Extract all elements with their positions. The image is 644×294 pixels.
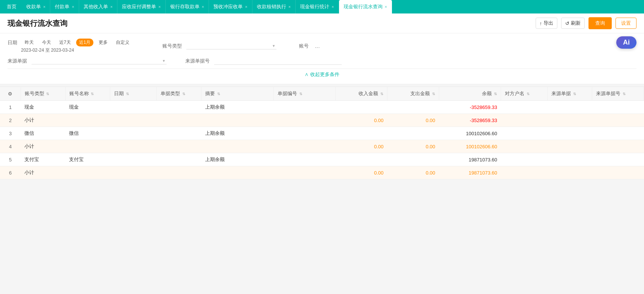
date-opt-yesterday[interactable]: 昨天 [22,39,37,46]
sort-icon: ⇅ [182,92,185,96]
refresh-button[interactable]: ↺ 刷新 [561,18,585,29]
nav-tab-5[interactable]: 预收冲应收单 × [209,0,252,13]
row-doc-num [274,101,336,114]
table-header-row: ⚙ 账号类型 ⇅ 账号名称 ⇅ 日期 ⇅ 单据类型 ⇅ [0,87,644,101]
col-header-date[interactable]: 日期 ⇅ [110,87,157,101]
date-opt-today[interactable]: 今天 [39,39,54,46]
nav-tab-4[interactable]: 银行存取款单 × [166,0,209,13]
col-header-acct-type[interactable]: 账号类型 ⇅ [21,87,65,101]
nav-tab-3[interactable]: 应收应付调整单 × [117,0,165,13]
table-row: 6 小计 0.00 0.00 19871073.60 [0,166,644,179]
col-header-expense[interactable]: 支出金额 ⇅ [387,87,439,101]
date-opt-more[interactable]: 更多 [96,39,111,46]
col-header-balance[interactable]: 余额 ⇅ [439,87,501,101]
query-button[interactable]: 查询 [588,17,612,29]
row-doc-type [157,140,201,153]
row-balance: 19871073.60 [439,166,501,179]
row-expense: 0.00 [387,140,439,153]
row-income [336,127,387,140]
nav-tab-2[interactable]: 其他收入单 × [79,0,117,13]
sort-icon: ⇅ [494,92,497,96]
row-doc-num [274,140,336,153]
row-doc-num [274,166,336,179]
source-doc-label: 来源单据 [8,58,27,64]
col-header-doc-num[interactable]: 单据编号 ⇅ [274,87,336,101]
row-src-doc-num [592,114,644,127]
collapse-bar[interactable]: ∧ 收起更多条件 [8,69,636,80]
close-icon[interactable]: × [202,4,204,9]
nav-tab-1[interactable]: 付款单 × [50,0,79,13]
table-row: 5 支付宝 支付宝 上期余额 19871073.60 [0,153,644,166]
close-icon[interactable]: × [43,4,45,9]
nav-tab-7[interactable]: 现金银行统计 × [296,0,339,13]
row-src-doc-num [592,127,644,140]
row-src-doc [547,127,592,140]
row-income [336,101,387,114]
row-income: 0.00 [336,114,387,127]
close-icon[interactable]: × [72,4,74,9]
export-icon: ↑ [540,21,542,26]
date-opt-1month[interactable]: 近1月 [76,39,94,46]
nav-tab-8[interactable]: 现金银行流水查询 × [339,0,392,13]
row-balance: -3528659.33 [439,114,501,127]
row-src-doc [547,140,592,153]
row-counterpart [501,153,548,166]
close-icon[interactable]: × [288,4,291,9]
col-header-counterpart[interactable]: 对方户名 ⇅ [501,87,548,101]
page-header: 现金银行流水查询 ↑ 导出 ↺ 刷新 查询 设置 [0,13,644,33]
col-header-income[interactable]: 收入金额 ⇅ [336,87,387,101]
nav-tab-6[interactable]: 收款核销执行 × [252,0,296,13]
row-acct-type: 支付宝 [21,153,65,166]
sort-icon: ⇅ [623,92,626,96]
row-doc-type [157,166,201,179]
row-date [110,101,157,114]
sort-icon: ⇅ [91,92,94,96]
source-doc-select[interactable]: ▾ [32,58,167,64]
nav-home[interactable]: 首页 [2,0,22,13]
row-src-doc-num [592,140,644,153]
row-doc-num [274,114,336,127]
source-doc-num-input[interactable] [214,57,342,65]
col-header-src-doc-num[interactable]: 来源单据号 ⇅ [592,87,644,101]
account-type-select[interactable]: ▾ [186,43,276,49]
table-row: 3 微信 微信 上期余额 100102606.60 [0,127,644,140]
col-header-doc-type[interactable]: 单据类型 ⇅ [157,87,201,101]
sort-icon: ⇅ [380,92,383,96]
row-income [336,153,387,166]
col-header-summary[interactable]: 摘要 ⇅ [201,87,274,101]
row-acct-name: 微信 [65,127,110,140]
close-icon[interactable]: × [158,4,161,9]
row-counterpart [501,166,548,179]
row-summary [201,140,274,153]
row-summary [201,114,274,127]
header-actions: ↑ 导出 ↺ 刷新 查询 设置 [536,17,637,29]
close-icon[interactable]: × [385,4,387,9]
close-icon[interactable]: × [245,4,247,9]
ai-badge[interactable]: Ai [616,36,636,49]
row-doc-num [274,127,336,140]
row-balance: 100102606.60 [439,127,501,140]
date-range: 2023-02-24 至 2023-03-24 [21,48,74,53]
col-header-acct-name[interactable]: 账号名称 ⇅ [65,87,110,101]
table-area: ⚙ 账号类型 ⇅ 账号名称 ⇅ 日期 ⇅ 单据类型 ⇅ [0,87,644,179]
source-doc-num-label: 来源单据号 [185,58,210,64]
date-opt-7days[interactable]: 近7天 [56,39,74,46]
row-src-doc-num [592,101,644,114]
refresh-icon: ↺ [565,21,569,26]
row-summary [201,166,274,179]
nav-tab-0[interactable]: 收款单 × [22,0,50,13]
sort-icon: ⇅ [573,92,576,96]
close-icon[interactable]: × [332,4,334,9]
col-header-src-doc[interactable]: 来源单据 ⇅ [547,87,592,101]
gear-icon[interactable]: ⚙ [8,91,12,97]
date-opt-custom[interactable]: 自定义 [113,39,132,46]
export-button[interactable]: ↑ 导出 [536,18,558,29]
settings-button[interactable]: 设置 [615,18,636,29]
account-more-button[interactable]: ... [313,43,321,49]
row-counterpart [501,101,548,114]
row-expense [387,101,439,114]
row-acct-type: 微信 [21,127,65,140]
date-label: 日期 [8,39,17,46]
row-doc-type [157,153,201,166]
close-icon[interactable]: × [110,4,113,9]
